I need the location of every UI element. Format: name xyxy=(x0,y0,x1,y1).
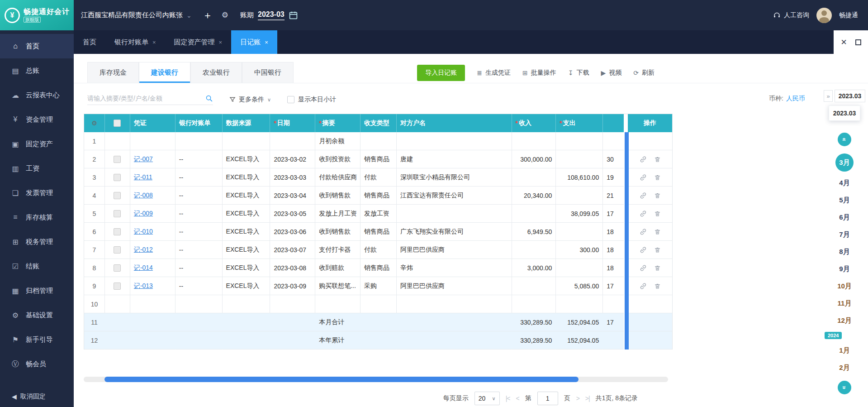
voucher-link[interactable]: 记-011 xyxy=(134,173,152,182)
row-checkbox[interactable] xyxy=(114,228,121,235)
month-item[interactable]: 1月 xyxy=(839,345,849,356)
first-page-icon[interactable]: |< xyxy=(506,395,510,402)
horizontal-scrollbar-thumb[interactable] xyxy=(104,377,579,382)
rail-scroll-down-button[interactable]: » xyxy=(838,381,851,394)
calendar-icon[interactable] xyxy=(289,10,298,20)
unpin-sidebar-button[interactable]: ◀ 取消固定 xyxy=(12,393,46,401)
sidebar-item[interactable]: ☁云报表中心 xyxy=(0,83,74,107)
next-page-icon[interactable]: > xyxy=(576,395,579,402)
select-all-checkbox[interactable] xyxy=(114,120,121,127)
delete-icon[interactable] xyxy=(654,210,661,217)
page-tab[interactable]: 银行对账单× xyxy=(105,30,165,54)
row-checkbox[interactable] xyxy=(114,156,121,163)
import-journal-button[interactable]: 导入日记账 xyxy=(417,65,465,81)
fullscreen-icon[interactable] xyxy=(855,39,861,45)
table-vertical-scrollbar[interactable] xyxy=(625,132,629,350)
sidebar-item[interactable]: Ⓥ畅会员 xyxy=(0,352,74,376)
rail-collapse-button[interactable]: » xyxy=(824,90,833,102)
user-name[interactable]: 畅捷通 xyxy=(839,11,858,19)
search-input[interactable] xyxy=(87,95,205,102)
page-tab[interactable]: 日记账× xyxy=(231,30,277,54)
voucher-link[interactable]: 记-008 xyxy=(134,192,153,200)
toolbar-button[interactable]: ▶视频 xyxy=(601,69,621,77)
rail-scroll-up-button[interactable]: « xyxy=(838,133,851,146)
month-item[interactable]: 3月 xyxy=(835,153,854,172)
toolbar-button[interactable]: ≣生成凭证 xyxy=(477,69,511,77)
toolbar-button[interactable]: ↧下载 xyxy=(568,69,589,77)
sidebar-item[interactable]: ☑结账 xyxy=(0,254,74,278)
account-tab[interactable]: 建设银行 xyxy=(139,62,190,83)
month-item[interactable]: 8月 xyxy=(839,246,849,258)
voucher-link[interactable]: 记-007 xyxy=(134,155,153,163)
link-voucher-icon[interactable] xyxy=(640,174,647,181)
period-value[interactable]: 2023-03 xyxy=(258,10,285,20)
row-checkbox[interactable] xyxy=(114,246,121,254)
tab-close-icon[interactable]: × xyxy=(152,39,156,46)
sidebar-item[interactable]: ▥工资 xyxy=(0,156,74,181)
month-item[interactable]: 7月 xyxy=(839,229,849,240)
tab-close-icon[interactable]: × xyxy=(265,39,268,46)
page-number-input[interactable] xyxy=(537,392,558,405)
row-checkbox[interactable] xyxy=(114,192,121,199)
month-item[interactable]: 6月 xyxy=(839,211,849,223)
delete-icon[interactable] xyxy=(654,174,661,181)
sidebar-item[interactable]: ⌂首页 xyxy=(0,34,74,58)
delete-icon[interactable] xyxy=(654,156,661,163)
currency-value[interactable]: 人民币 xyxy=(786,95,805,103)
rail-year-box-selected[interactable]: 2023.03 xyxy=(829,105,860,121)
delete-icon[interactable] xyxy=(654,228,661,235)
month-item[interactable]: 4月 xyxy=(839,177,849,189)
link-voucher-icon[interactable] xyxy=(640,283,647,290)
row-checkbox[interactable] xyxy=(114,283,121,290)
more-conditions-button[interactable]: 更多条件 ∨ xyxy=(229,96,271,104)
add-account-set-button[interactable]: ＋ xyxy=(203,9,213,22)
topbar-gear-icon[interactable]: ⚙ xyxy=(222,10,228,20)
sidebar-item[interactable]: ≡库存核算 xyxy=(0,205,74,230)
sidebar-item[interactable]: ⚑新手引导 xyxy=(0,327,74,352)
link-voucher-icon[interactable] xyxy=(640,156,647,163)
page-tab[interactable]: 首页 xyxy=(74,30,105,54)
support-link[interactable]: 人工咨询 xyxy=(773,11,809,19)
sidebar-item[interactable]: ⚙基础设置 xyxy=(0,303,74,327)
search-icon[interactable] xyxy=(205,95,213,102)
month-item[interactable]: 10月 xyxy=(837,280,852,292)
sidebar-item[interactable]: ⊞税务管理 xyxy=(0,230,74,254)
delete-icon[interactable] xyxy=(654,246,661,254)
month-item[interactable]: 5月 xyxy=(839,194,849,206)
rail-year-box[interactable]: 2023.03 xyxy=(835,90,865,102)
sidebar-item[interactable]: ▤总账 xyxy=(0,58,74,83)
daily-subtotal-toggle[interactable]: 显示本日小计 xyxy=(287,96,336,104)
per-page-select[interactable]: 20 ∨ xyxy=(474,392,500,405)
link-voucher-icon[interactable] xyxy=(640,246,647,254)
avatar[interactable] xyxy=(816,8,832,23)
delete-icon[interactable] xyxy=(654,283,661,290)
link-voucher-icon[interactable] xyxy=(640,264,647,272)
row-checkbox[interactable] xyxy=(114,210,121,217)
voucher-link[interactable]: 记-014 xyxy=(134,264,153,272)
last-page-icon[interactable]: >| xyxy=(585,395,590,402)
sidebar-item[interactable]: ❏发票管理 xyxy=(0,181,74,205)
toolbar-button[interactable]: ⊞批量操作 xyxy=(522,69,556,77)
link-voucher-icon[interactable] xyxy=(640,192,647,199)
close-all-tabs-icon[interactable]: ✕ xyxy=(840,38,847,47)
voucher-link[interactable]: 记-009 xyxy=(134,210,153,218)
account-tab[interactable]: 农业银行 xyxy=(190,62,242,83)
prev-page-icon[interactable]: < xyxy=(516,395,519,402)
page-tab[interactable]: 固定资产管理× xyxy=(165,30,232,54)
delete-icon[interactable] xyxy=(654,264,661,272)
voucher-link[interactable]: 记-013 xyxy=(134,282,153,290)
tab-close-icon[interactable]: × xyxy=(219,39,223,46)
link-voucher-icon[interactable] xyxy=(640,228,647,235)
toolbar-button[interactable]: ⟳刷新 xyxy=(633,69,655,77)
voucher-link[interactable]: 记-010 xyxy=(134,228,153,236)
row-checkbox[interactable] xyxy=(114,174,121,181)
delete-icon[interactable] xyxy=(654,192,661,199)
month-item[interactable]: 9月 xyxy=(839,263,849,275)
account-tab[interactable]: 库存现金 xyxy=(87,62,139,83)
month-item[interactable]: 11月 xyxy=(838,297,852,309)
row-checkbox[interactable] xyxy=(114,264,121,272)
sidebar-item[interactable]: ¥资金管理 xyxy=(0,107,74,132)
month-item[interactable]: 12月 xyxy=(837,315,852,326)
link-voucher-icon[interactable] xyxy=(640,210,647,217)
sidebar-item[interactable]: ▦归档管理 xyxy=(0,278,74,303)
